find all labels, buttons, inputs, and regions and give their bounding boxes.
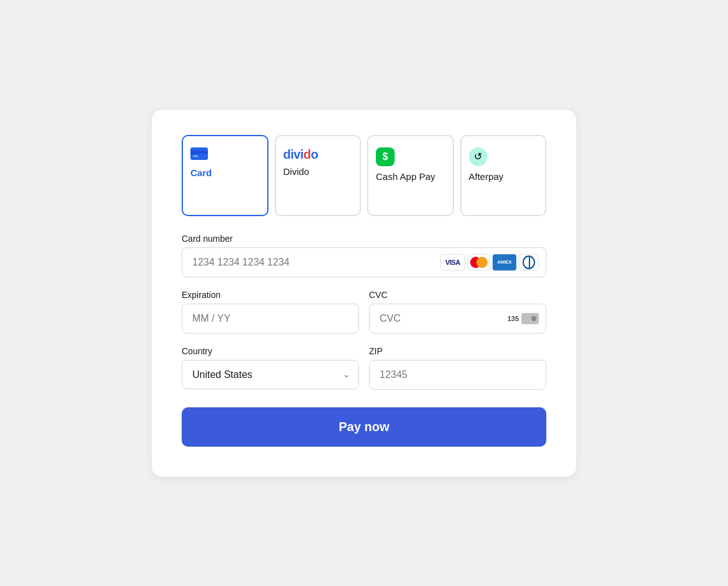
svg-rect-2 (193, 156, 198, 157)
zip-label: ZIP (369, 346, 546, 356)
payment-form: Card divido Divido $ Cash App Pay ↺ Afte… (152, 110, 576, 477)
country-label: Country (182, 346, 359, 356)
divido-logo-icon: divido (283, 147, 318, 161)
tab-afterpay-label: Afterpay (469, 171, 504, 182)
tab-card-label: Card (190, 167, 212, 178)
svg-rect-1 (190, 151, 208, 154)
card-form: Card number VISA AMEX (182, 234, 546, 447)
cvc-hint-number: 135 (508, 315, 519, 322)
cash-app-icon: $ (376, 147, 395, 166)
cvc-label: CVC (369, 290, 546, 300)
pay-now-button[interactable]: Pay now (182, 407, 546, 447)
cvc-hint: 135 (508, 313, 539, 324)
tab-cashapp[interactable]: $ Cash App Pay (367, 135, 454, 216)
cvc-wrapper: 135 (369, 304, 546, 334)
zip-input[interactable] (369, 360, 546, 390)
expiration-input[interactable] (182, 304, 359, 334)
payment-method-tabs: Card divido Divido $ Cash App Pay ↺ Afte… (182, 135, 546, 216)
country-select-wrapper: United States United Kingdom Canada Aust… (182, 360, 359, 389)
country-select[interactable]: United States United Kingdom Canada Aust… (182, 360, 359, 389)
diners-icon (519, 254, 539, 271)
card-number-label: Card number (182, 234, 546, 244)
tab-afterpay[interactable]: ↺ Afterpay (460, 135, 547, 216)
tab-cashapp-label: Cash App Pay (376, 171, 435, 182)
tab-divido[interactable]: divido Divido (275, 135, 362, 216)
amex-icon: AMEX (493, 254, 516, 271)
card-number-wrapper: VISA AMEX (182, 247, 546, 277)
expiry-cvc-row: Expiration CVC 135 (182, 290, 546, 334)
card-number-field-group: Card number VISA AMEX (182, 234, 546, 277)
visa-icon: VISA (440, 254, 465, 271)
card-network-icons: VISA AMEX (440, 254, 539, 271)
tab-divido-label: Divido (283, 166, 310, 177)
country-zip-row: Country United States United Kingdom Can… (182, 346, 546, 390)
mastercard-icon (468, 254, 490, 271)
cvc-field-group: CVC 135 (369, 290, 546, 334)
country-field-group: Country United States United Kingdom Can… (182, 346, 359, 390)
cvc-card-shape-icon (521, 313, 539, 324)
expiration-label: Expiration (182, 290, 359, 300)
expiration-field-group: Expiration (182, 290, 359, 334)
afterpay-icon: ↺ (469, 147, 488, 166)
credit-card-icon (190, 147, 208, 162)
zip-field-group: ZIP (369, 346, 546, 390)
tab-card[interactable]: Card (182, 135, 268, 216)
